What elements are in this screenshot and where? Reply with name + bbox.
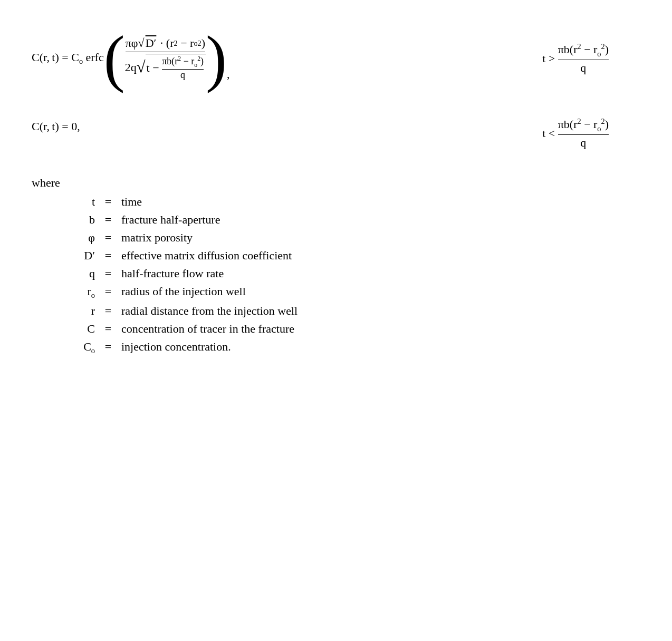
var-equals-t: = bbox=[95, 195, 121, 209]
formula1-right-condition: t > πb(r2 − ro2) q bbox=[542, 42, 609, 75]
formula2-lhs-text: C(r, t) = 0, bbox=[32, 120, 80, 133]
big-paren-right: ) bbox=[206, 32, 227, 85]
var-equals-ro: = bbox=[95, 285, 121, 298]
var-equals-phi: = bbox=[95, 231, 121, 245]
var-desc-b: fracture half-aperture bbox=[121, 213, 640, 227]
big-paren-left: ( bbox=[104, 32, 125, 85]
var-symbol-C: C bbox=[63, 322, 95, 336]
var-desc-r: radial distance from the injection well bbox=[121, 304, 640, 318]
var-desc-ro: radius of the injection well bbox=[121, 285, 640, 298]
formula-block-2: C(r, t) = 0, t < πb(r2 − ro2) q bbox=[32, 117, 640, 150]
inner-fraction: πb(r2 − ro2) q bbox=[162, 55, 204, 81]
var-equals-b: = bbox=[95, 213, 121, 227]
var-desc-q: half-fracture flow rate bbox=[121, 267, 640, 280]
var-row-ro: ro = radius of the injection well bbox=[63, 285, 640, 300]
condition2-label: t < bbox=[542, 127, 558, 140]
var-symbol-phi: φ bbox=[63, 231, 95, 245]
var-symbol-b: b bbox=[63, 213, 95, 227]
var-row-r: r = radial distance from the injection w… bbox=[63, 304, 640, 318]
var-equals-q: = bbox=[95, 267, 121, 280]
var-symbol-ro: ro bbox=[63, 285, 95, 300]
condition1-denominator: q bbox=[580, 61, 586, 75]
erfc-numerator: πφ√D′ · (r2 − ro2) bbox=[126, 36, 205, 52]
var-equals-r: = bbox=[95, 304, 121, 318]
var-row-Co: Co = injection concentration. bbox=[63, 340, 640, 355]
formula1-left: C(r, t) = Co erfc ( πφ√D′ · (r2 − ro2) 2… bbox=[32, 32, 230, 85]
var-equals-D: = bbox=[95, 249, 121, 263]
var-row-t: t = time bbox=[63, 195, 640, 209]
var-equals-Co: = bbox=[95, 340, 121, 354]
var-row-b: b = fracture half-aperture bbox=[63, 213, 640, 227]
var-desc-D: effective matrix diffusion coefficient bbox=[121, 249, 640, 263]
condition2-numerator: πb(r2 − ro2) bbox=[558, 117, 609, 135]
where-label: where bbox=[32, 176, 640, 190]
where-section: where t = time b = fracture half-apertur… bbox=[32, 176, 640, 356]
formula1-lhs-text: C(r, t) = Co erfc bbox=[32, 51, 104, 66]
var-symbol-t: t bbox=[63, 195, 95, 209]
var-symbol-r: r bbox=[63, 304, 95, 318]
condition1-fraction: πb(r2 − ro2) q bbox=[558, 42, 609, 75]
condition2-fraction: πb(r2 − ro2) q bbox=[558, 117, 609, 150]
var-symbol-q: q bbox=[63, 267, 95, 280]
erfc-fraction: πφ√D′ · (r2 − ro2) 2q √ t − πb(r2 − ro2)… bbox=[125, 36, 206, 81]
var-row-D: D′ = effective matrix diffusion coeffici… bbox=[63, 249, 640, 263]
var-equals-C: = bbox=[95, 322, 121, 336]
page-content: C(r, t) = Co erfc ( πφ√D′ · (r2 − ro2) 2… bbox=[32, 21, 640, 356]
var-row-phi: φ = matrix porosity bbox=[63, 231, 640, 245]
var-row-C: C = concentration of tracer in the fract… bbox=[63, 322, 640, 336]
condition1-label: t > bbox=[542, 52, 558, 65]
formula2-right-condition: t < πb(r2 − ro2) q bbox=[542, 117, 609, 150]
var-desc-phi: matrix porosity bbox=[121, 231, 640, 245]
var-symbol-D: D′ bbox=[63, 249, 95, 263]
var-desc-C: concentration of tracer in the fracture bbox=[121, 322, 640, 336]
var-row-q: q = half-fracture flow rate bbox=[63, 267, 640, 280]
condition2-denominator: q bbox=[580, 136, 586, 150]
formula-block-1: C(r, t) = Co erfc ( πφ√D′ · (r2 − ro2) 2… bbox=[32, 21, 640, 96]
formula2-left: C(r, t) = 0, bbox=[32, 117, 80, 133]
erfc-denominator: 2q √ t − πb(r2 − ro2) q bbox=[125, 54, 206, 81]
condition1-numerator: πb(r2 − ro2) bbox=[558, 42, 609, 60]
var-desc-Co: injection concentration. bbox=[121, 340, 640, 354]
var-symbol-Co: Co bbox=[63, 340, 95, 355]
variables-table: t = time b = fracture half-aperture φ = … bbox=[63, 195, 640, 356]
var-desc-t: time bbox=[121, 195, 640, 209]
